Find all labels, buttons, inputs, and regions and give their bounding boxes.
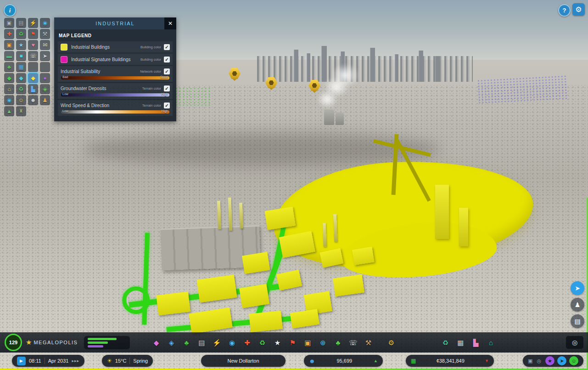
toggle-ui-button[interactable]: ◎ bbox=[537, 358, 541, 364]
iv-groundwater-button[interactable]: ◉ bbox=[4, 95, 14, 105]
iv-communications-button[interactable]: ☏ bbox=[28, 51, 38, 61]
map-tiles-tool-button[interactable]: ▦ bbox=[455, 336, 465, 348]
legend-item-label: Industrial Buildings bbox=[71, 45, 139, 50]
terraforming-tool-button[interactable]: ⚒ bbox=[363, 336, 373, 348]
city-name-panel[interactable]: New Dollarton bbox=[201, 355, 286, 367]
tool-icon: ⌂ bbox=[489, 339, 493, 346]
iv-water-pollution-button[interactable]: ◆ bbox=[16, 73, 26, 83]
xp-progress-panel[interactable] bbox=[84, 336, 130, 349]
factory-building bbox=[319, 248, 343, 268]
milestone-circle-button[interactable]: ★ bbox=[545, 356, 554, 365]
close-button[interactable]: ✕ bbox=[164, 17, 176, 29]
transportation-tool-button[interactable]: ⊕ bbox=[318, 336, 328, 348]
iv-parks-button[interactable]: ♣ bbox=[4, 62, 14, 72]
legend-checkbox[interactable] bbox=[164, 44, 170, 50]
iv-education-button[interactable]: ★ bbox=[16, 40, 26, 50]
iv-terrain-button[interactable]: ▲ bbox=[4, 106, 14, 116]
citizen-panel-button[interactable]: ♟ bbox=[571, 298, 584, 312]
garbage-tool-button[interactable]: ♻ bbox=[257, 336, 267, 348]
zones-tool-button[interactable]: ◆ bbox=[151, 336, 161, 348]
info-button[interactable]: i bbox=[4, 4, 16, 17]
infoview-icon: ◉ bbox=[7, 97, 11, 103]
free-camera-button[interactable]: ▣ bbox=[528, 358, 532, 364]
communications-tool-button[interactable]: ☏ bbox=[348, 336, 358, 348]
iv-noise-pollution-button[interactable]: ● bbox=[40, 73, 50, 83]
fire-rescue-tool-button[interactable]: ⚑ bbox=[287, 336, 297, 348]
iv-office-button[interactable]: ▙ bbox=[28, 84, 38, 94]
chimney bbox=[239, 203, 243, 228]
legend-checkbox[interactable] bbox=[164, 68, 170, 74]
statistics-tool-button[interactable]: ▙ bbox=[470, 336, 481, 348]
circle-button-icon: ➤ bbox=[560, 358, 564, 364]
legend-item: Industrial Suitability Network color Bad… bbox=[58, 66, 173, 82]
iv-welfare-button[interactable]: ♥ bbox=[28, 40, 38, 50]
iv-garbage-button[interactable]: ♻ bbox=[16, 29, 26, 39]
police-tool-button[interactable]: ▣ bbox=[302, 336, 313, 348]
legend-checkbox[interactable] bbox=[164, 85, 170, 91]
hill-shadow bbox=[83, 132, 441, 166]
journal-button[interactable]: ▤ bbox=[571, 314, 584, 328]
iv-happiness-button[interactable]: ☺ bbox=[16, 95, 26, 105]
legend-item: Industrial Buildings Building color bbox=[58, 41, 173, 52]
money-panel[interactable]: ▦ ¢38,341,849 ▼ bbox=[406, 355, 494, 367]
infoview-icon: ◆ bbox=[31, 75, 35, 81]
resources-tool-button[interactable]: ♻ bbox=[440, 336, 450, 348]
factory-building bbox=[279, 231, 315, 258]
gear-icon: ⚙ bbox=[575, 5, 582, 14]
zoning-tool-button[interactable]: ◈ bbox=[166, 336, 176, 348]
iv-residential-button[interactable]: ⌂ bbox=[4, 84, 14, 94]
iv-transportation-button[interactable]: ▬ bbox=[4, 51, 14, 61]
iv-maintenance-button[interactable]: ⚒ bbox=[40, 29, 50, 39]
iv-water-button[interactable]: ◉ bbox=[40, 18, 50, 28]
iv-population-button[interactable]: ☻ bbox=[28, 95, 38, 105]
level-badge[interactable]: 129 bbox=[5, 334, 22, 351]
progression-crane-button[interactable]: ⚙ bbox=[386, 336, 396, 348]
money-icon: ▦ bbox=[411, 358, 416, 364]
iv-healthcare-button[interactable]: ✚ bbox=[4, 29, 14, 39]
iv-routes-button[interactable]: ➤ bbox=[40, 51, 50, 61]
parks-tool-button[interactable]: ♣ bbox=[333, 336, 343, 348]
milestone-label[interactable]: MEGALOPOLIS bbox=[34, 340, 78, 345]
level-value: 129 bbox=[9, 340, 17, 345]
education-tool-button[interactable]: ★ bbox=[272, 336, 282, 348]
infoview-icon: ⚒ bbox=[43, 31, 48, 37]
chirper-circle-button[interactable]: ➤ bbox=[557, 356, 566, 365]
legend-item-type: Terrain color bbox=[142, 103, 161, 108]
iv-finances-button[interactable]: ▤ bbox=[16, 18, 26, 28]
play-pause-button[interactable]: ▶ bbox=[17, 357, 26, 365]
iv-electricity-button[interactable]: ⚡ bbox=[28, 18, 38, 28]
trophy-icon[interactable]: ★ bbox=[26, 338, 32, 347]
iv-fire-rescue-button[interactable]: ⚑ bbox=[28, 29, 38, 39]
iv-vehicles-button[interactable]: ♜ bbox=[16, 106, 26, 116]
iv-workplaces-button[interactable]: ♟ bbox=[40, 95, 50, 105]
iv-ground-pollution-button[interactable]: ◆ bbox=[4, 73, 14, 83]
iv-deliveries-button[interactable]: ■ bbox=[16, 51, 26, 61]
vegetation-tool-button[interactable]: ♣ bbox=[181, 336, 191, 348]
iv-storage-button[interactable]: ▦ bbox=[16, 62, 26, 72]
iv-zoning-button[interactable]: ◈ bbox=[40, 84, 50, 94]
settings-button[interactable]: ⚙ bbox=[572, 3, 585, 16]
roads-tool-button[interactable]: ▤ bbox=[196, 336, 207, 348]
chirper-button[interactable]: ➤ bbox=[571, 281, 584, 295]
population-panel[interactable]: ☻ 95,699 ▲ bbox=[304, 355, 383, 367]
happiness-circle-button[interactable]: ☺ bbox=[569, 356, 578, 365]
legend-item-type: Building color bbox=[140, 57, 161, 62]
water-tool-button[interactable]: ◉ bbox=[227, 336, 237, 348]
simulation-speed-control[interactable]: ▸▸▸ bbox=[72, 359, 79, 363]
iv-industrial-button[interactable]: ◆ bbox=[28, 73, 38, 83]
electricity-tool-button[interactable]: ⚡ bbox=[212, 336, 222, 348]
iv-progression-button[interactable]: ▣ bbox=[4, 18, 14, 28]
iv-spacer[interactable] bbox=[40, 62, 50, 72]
legend-color-swatch bbox=[61, 44, 67, 51]
iv-post-button[interactable]: ✉ bbox=[40, 40, 50, 50]
landmarks-tool-button[interactable]: ⌂ bbox=[486, 336, 496, 348]
iv-police-button[interactable]: ▣ bbox=[4, 40, 14, 50]
help-button[interactable]: ? bbox=[558, 4, 571, 17]
iv-spacer[interactable] bbox=[28, 62, 38, 72]
iv-commercial-button[interactable]: ♻ bbox=[16, 84, 26, 94]
weather-panel: ☀ 15°C Spring bbox=[102, 355, 153, 367]
legend-checkbox[interactable] bbox=[164, 102, 170, 108]
photo-mode-button[interactable]: ◎ bbox=[566, 336, 583, 349]
legend-checkbox[interactable] bbox=[164, 57, 170, 63]
healthcare-tool-button[interactable]: ✚ bbox=[242, 336, 252, 348]
